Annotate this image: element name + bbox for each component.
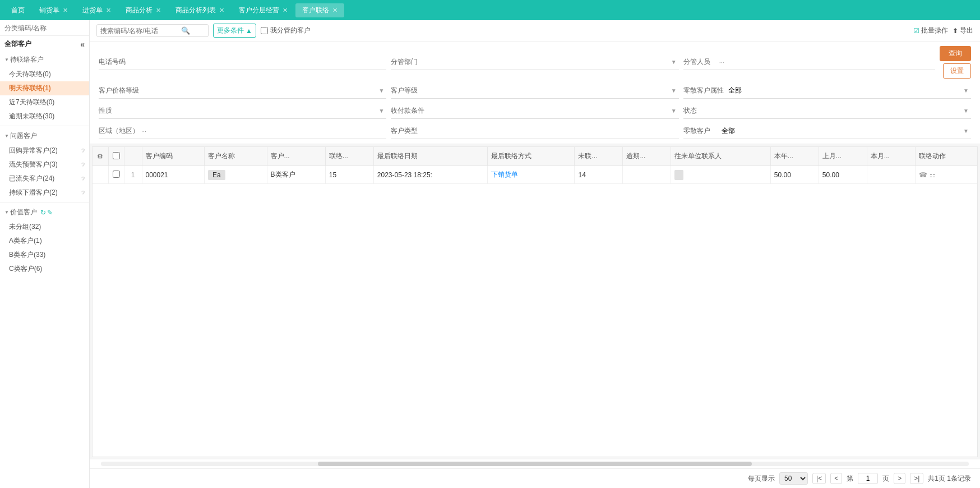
page-next-btn[interactable]: > bbox=[894, 473, 905, 484]
nav-customer-segment-label: 客户分层经营 bbox=[239, 6, 279, 15]
filter-customer-level-label: 客户等级 bbox=[391, 86, 424, 95]
sidebar-item-class-c[interactable]: C类客户(6) bbox=[0, 262, 89, 276]
nav-purchase-close[interactable]: ✕ bbox=[106, 7, 111, 14]
col-header-action[interactable]: 联络动作 bbox=[915, 147, 977, 166]
sidebar-item-7days-contact[interactable]: 近7天待联络(0) bbox=[0, 95, 89, 109]
sidebar-all-customers[interactable]: 全部客户 « bbox=[0, 36, 89, 52]
filter-retail-customer-caret[interactable]: ▼ bbox=[963, 128, 969, 134]
sidebar-group-problem[interactable]: ▼ 问题客户 bbox=[0, 128, 89, 144]
my-customers-checkbox-label[interactable]: 我分管的客户 bbox=[261, 26, 311, 35]
nav-customer-segment-close[interactable]: ✕ bbox=[283, 7, 288, 14]
row-action-phone-icon[interactable]: ☎ bbox=[919, 171, 927, 179]
sidebar-search-input[interactable] bbox=[4, 24, 89, 32]
export-btn[interactable]: ⬆ 导出 bbox=[953, 26, 973, 35]
filter-more-conditions-btn[interactable]: 更多条件 ▲ bbox=[213, 24, 256, 38]
sidebar-item-class-a[interactable]: A类客户(1) bbox=[0, 234, 89, 248]
sidebar-item-lost[interactable]: 已流失客户(24) ? bbox=[0, 172, 89, 186]
nav-goods-analysis-list[interactable]: 商品分析列表 ✕ bbox=[169, 3, 231, 17]
nav-home[interactable]: 首页 bbox=[4, 3, 31, 17]
sidebar-item-unclassified[interactable]: 未分组(32) bbox=[0, 220, 89, 234]
nav-sales[interactable]: 销货单 ✕ bbox=[33, 3, 75, 17]
filter-retail-attr-caret[interactable]: ▼ bbox=[963, 88, 969, 94]
page-suffix: 页 bbox=[882, 474, 889, 484]
filter-region-more[interactable]: ··· bbox=[141, 128, 146, 135]
col-not-contacted-label: 未联... bbox=[578, 152, 597, 160]
col-header-ctype[interactable]: 客户... bbox=[267, 147, 325, 166]
filter-price-level-label: 客户价格等级 bbox=[99, 86, 139, 95]
nav-customer-contact-close[interactable]: ✕ bbox=[332, 7, 338, 14]
col-header-unit-contact[interactable]: 往来单位联系人 bbox=[671, 147, 770, 166]
col-header-overdue[interactable]: 逾期... bbox=[623, 147, 671, 166]
sidebar-group-value[interactable]: ▼ 价值客户 ↻ ✎ bbox=[0, 205, 89, 220]
sidebar-item-overdue-contact[interactable]: 逾期未联络(30) bbox=[0, 109, 89, 123]
page-prev-btn[interactable]: < bbox=[830, 473, 842, 484]
filter-customer-level-caret[interactable]: ▼ bbox=[671, 88, 677, 94]
nav-sales-close[interactable]: ✕ bbox=[63, 7, 68, 14]
nav-goods-analysis[interactable]: 商品分析 ✕ bbox=[119, 3, 168, 17]
col-header-last-month[interactable]: 上月... bbox=[819, 147, 867, 166]
filter-division-dept-caret[interactable]: ▼ bbox=[671, 59, 677, 65]
nav-sales-label: 销货单 bbox=[39, 6, 59, 15]
page-first-btn[interactable]: |< bbox=[812, 473, 826, 484]
nav-customer-contact[interactable]: 客户联络 ✕ bbox=[295, 3, 344, 17]
filter-search-icon[interactable]: 🔍 bbox=[181, 26, 190, 35]
sidebar-divider-2 bbox=[0, 202, 89, 202]
col-header-contact[interactable]: 联络... bbox=[325, 147, 373, 166]
scrollbar-thumb[interactable] bbox=[318, 462, 752, 466]
sidebar-group-pending-label: 待联络客户 bbox=[10, 55, 44, 65]
sidebar-group-value-edit[interactable]: ✎ bbox=[47, 209, 53, 217]
col-header-last-date[interactable]: 最后联络日期 bbox=[373, 147, 487, 166]
filter-division-person-more[interactable]: ··· bbox=[719, 59, 724, 66]
row-select-checkbox[interactable] bbox=[113, 171, 120, 178]
filter-search-input[interactable] bbox=[100, 27, 179, 35]
nav-customer-segment[interactable]: 客户分层经营 ✕ bbox=[232, 3, 294, 17]
sidebar-item-tomorrow-contact[interactable]: 明天待联络(1) bbox=[0, 81, 89, 95]
filter-nature-caret[interactable]: ▼ bbox=[378, 108, 384, 114]
col-last-method-label: 最后联络方式 bbox=[491, 152, 531, 160]
col-header-gear[interactable]: ⚙ bbox=[93, 147, 108, 166]
nav-purchase-label: 进货单 bbox=[82, 6, 103, 15]
sidebar-item-today-contact[interactable]: 今天待联络(0) bbox=[0, 67, 89, 81]
col-header-not-contacted[interactable]: 未联... bbox=[575, 147, 623, 166]
table-header-row: ⚙ 客户编码 客户名称 客户... bbox=[93, 147, 977, 166]
col-header-name[interactable]: 客户名称 bbox=[205, 147, 267, 166]
sidebar-group-value-arrow: ▼ bbox=[4, 210, 9, 215]
sidebar-item-class-b[interactable]: B类客户(33) bbox=[0, 248, 89, 262]
table-select-all[interactable] bbox=[113, 152, 120, 159]
filter-status-caret[interactable]: ▼ bbox=[963, 108, 969, 114]
my-customers-checkbox[interactable] bbox=[261, 27, 268, 34]
col-header-last-method[interactable]: 最后联络方式 bbox=[488, 147, 575, 166]
filter-field-phone: 电话号码 bbox=[99, 54, 386, 70]
nav-goods-analysis-list-close[interactable]: ✕ bbox=[219, 7, 224, 14]
page-input[interactable] bbox=[858, 473, 878, 484]
filter-retail-customer-label: 零散客户 bbox=[683, 126, 717, 136]
sidebar-item-lost-risk[interactable]: 流失预警客户(3) ? bbox=[0, 158, 89, 172]
filter-actions: ☑ 批量操作 ⬆ 导出 bbox=[913, 26, 973, 35]
scrollbar-track bbox=[101, 462, 969, 466]
sidebar-group-problem-arrow: ▼ bbox=[4, 133, 9, 139]
row-name: Ea bbox=[205, 166, 267, 184]
col-header-this-month[interactable]: 本月... bbox=[867, 147, 915, 166]
batch-op-btn[interactable]: ☑ 批量操作 bbox=[913, 26, 948, 35]
sidebar-group-pending[interactable]: ▼ 待联络客户 bbox=[0, 52, 89, 67]
sidebar-group-value-refresh[interactable]: ↻ bbox=[40, 209, 46, 217]
col-header-this-year[interactable]: 本年... bbox=[770, 147, 819, 166]
nav-goods-analysis-close[interactable]: ✕ bbox=[156, 7, 161, 14]
set-button[interactable]: 设置 bbox=[943, 63, 971, 79]
per-page-select[interactable]: 50 100 bbox=[779, 472, 808, 485]
row-last-method-link[interactable]: 下销货单 bbox=[491, 171, 518, 178]
query-button[interactable]: 查询 bbox=[940, 46, 971, 61]
page-last-btn[interactable]: >| bbox=[910, 473, 923, 484]
sidebar-item-repurchase-abnormal[interactable]: 回购异常客户(2) ? bbox=[0, 144, 89, 158]
col-header-code[interactable]: 客户编码 bbox=[142, 147, 205, 166]
filter-price-level-caret[interactable]: ▼ bbox=[378, 88, 384, 94]
row-checkbox bbox=[108, 166, 124, 184]
filter-payment-caret[interactable]: ▼ bbox=[671, 108, 677, 114]
row-gear bbox=[93, 166, 108, 184]
row-action-qr-icon[interactable]: ⚏ bbox=[930, 171, 936, 179]
row-code-value: 000021 bbox=[146, 171, 168, 179]
sidebar-item-lost-risk-help: ? bbox=[81, 162, 85, 168]
nav-purchase[interactable]: 进货单 ✕ bbox=[76, 3, 118, 17]
col-this-month-label: 本月... bbox=[871, 152, 890, 160]
sidebar-item-decline[interactable]: 持续下滑客户(2) ? bbox=[0, 186, 89, 200]
